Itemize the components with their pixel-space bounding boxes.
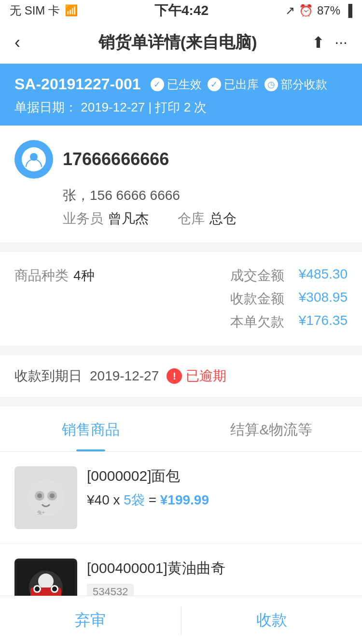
date-value: 2019-12-27 [81,100,145,114]
order-id: SA-20191227-001 [14,75,141,93]
product-info-1: [0000002]面包 ¥40 x 5袋 = ¥199.99 [87,466,348,529]
order-header-top: SA-20191227-001 ✓ 已生效 ✓ 已出库 ◷ 部分收款 [14,75,348,93]
received-amount-value: ¥308.95 [299,290,348,308]
svg-point-1 [28,479,64,516]
customer-info: 17666666666 [14,140,348,179]
customer-name: 17666666666 [63,149,169,169]
svg-point-5 [50,493,55,498]
avatar [14,140,53,179]
tab-products[interactable]: 销售商品 [0,406,181,451]
summary-right: 成交金额 ¥485.30 收款金额 ¥308.95 本单欠款 ¥176.35 [230,266,348,331]
owed-amount-value: ¥176.35 [299,313,348,331]
more-button[interactable]: ··· [334,33,348,51]
status-right: ↗ ⏰ 87% ▐ [285,4,352,17]
customer-details: 张，156 6666 6666 业务员 曾凡杰 仓库 总仓 [14,186,348,228]
product-price-1: ¥40 x 5袋 = ¥199.99 [87,491,348,509]
status-badges: ✓ 已生效 ✓ 已出库 ◷ 部分收款 [151,77,327,92]
location-icon: ↗ [285,4,295,17]
price-sep-1: x [113,492,124,507]
svg-point-13 [35,587,40,591]
warehouse-value: 总仓 [209,210,237,228]
status-left: 无 SIM 卡 📶 [10,3,78,18]
owed-amount-row: 本单欠款 ¥176.35 [230,313,348,331]
badge-partial-label: 部分收款 [281,77,327,92]
price-total-1: ¥199.99 [160,492,209,507]
received-amount-label: 收款金额 [230,290,284,308]
check-icon-shipped: ✓ [208,78,221,91]
due-date-section: 收款到期日 2019-12-27 ! 已逾期 [0,355,362,397]
sales-rep: 业务员 曾凡杰 [63,210,149,228]
confirm-button[interactable]: 收款 [181,596,362,644]
due-date-value: 2019-12-27 [90,368,159,384]
date-label: 单据日期： [14,100,77,114]
transaction-amount-value: ¥485.30 [299,266,348,285]
svg-text:兔+: 兔+ [37,510,45,515]
badge-active-label: 已生效 [167,77,202,92]
product-image-1: 兔+ [14,466,77,529]
price-base-1: ¥40 [87,492,110,507]
svg-point-9 [38,574,54,589]
page-title: 销货单详情(来自电脑) [98,31,257,54]
alarm-icon: ⏰ [299,4,313,17]
overdue-badge: ! 已逾期 [167,367,226,385]
overdue-label: 已逾期 [186,367,226,385]
check-icon-active: ✓ [151,78,164,91]
svg-point-4 [37,493,42,498]
back-button[interactable]: ‹ [14,32,43,53]
status-time: 下午4:42 [154,1,209,20]
due-date-label: 收款到期日 [14,367,82,385]
tab-settlement[interactable]: 结算&物流等 [181,406,362,451]
order-header: SA-20191227-001 ✓ 已生效 ✓ 已出库 ◷ 部分收款 单据日期：… [0,64,362,126]
share-button[interactable]: ⬆ [312,33,325,52]
nav-bar: ‹ 销货单详情(来自电脑) ⬆ ··· [0,21,362,64]
product-types: 商品种类 4种 [14,266,95,285]
badge-active: ✓ 已生效 [151,77,202,92]
print-info: | 打印 2 次 [148,100,207,114]
cancel-button[interactable]: 弃审 [0,596,181,644]
customer-phone: 张，156 6666 6666 [63,186,348,205]
product-name-1: [0000002]面包 [87,466,348,486]
price-qty-1: 5袋 [124,492,145,507]
clock-icon: ◷ [265,78,278,91]
transaction-amount-row: 成交金额 ¥485.30 [230,266,348,285]
product-placeholder-1: 兔+ [14,466,77,529]
battery-level: 87% [317,4,340,17]
product-name-2: [000400001]黄油曲奇 [87,559,348,578]
received-amount-row: 收款金额 ¥308.95 [230,290,348,308]
battery-icon: ▐ [344,4,352,17]
status-bar: 无 SIM 卡 📶 下午4:42 ↗ ⏰ 87% ▐ [0,0,362,21]
badge-shipped: ✓ 已出库 [208,77,259,92]
product-item: 兔+ [0000002]面包 ¥40 x 5袋 = ¥199.99 [0,452,362,544]
sales-rep-label: 业务员 [63,210,103,228]
price-eq-1: = [149,492,160,507]
product-types-label: 商品种类 [14,266,69,285]
transaction-amount-label: 成交金额 [230,266,284,285]
badge-shipped-label: 已出库 [224,77,259,92]
customer-meta: 业务员 曾凡杰 仓库 总仓 [63,210,348,228]
product-types-value: 4种 [73,266,95,285]
bottom-bar: 弃审 收款 [0,596,362,644]
wifi-icon: 📶 [65,4,78,17]
owed-amount-label: 本单欠款 [230,313,284,331]
warehouse: 仓库 总仓 [178,210,237,228]
summary-section: 商品种类 4种 成交金额 ¥485.30 收款金额 ¥308.95 本单欠款 ¥… [0,252,362,346]
customer-section: 17666666666 张，156 6666 6666 业务员 曾凡杰 仓库 总… [0,126,362,242]
summary-left: 商品种类 4种 [14,266,95,287]
order-date: 单据日期： 2019-12-27 | 打印 2 次 [14,99,348,116]
avatar-icon [22,147,46,171]
tabs-header: 销售商品 结算&物流等 [0,406,362,452]
nav-actions: ⬆ ··· [312,33,348,52]
sales-rep-value: 曾凡杰 [108,210,149,228]
badge-partial: ◷ 部分收款 [265,77,327,92]
warehouse-label: 仓库 [178,210,205,228]
sim-status: 无 SIM 卡 [10,3,60,18]
overdue-icon: ! [167,368,182,384]
svg-point-14 [52,587,57,591]
